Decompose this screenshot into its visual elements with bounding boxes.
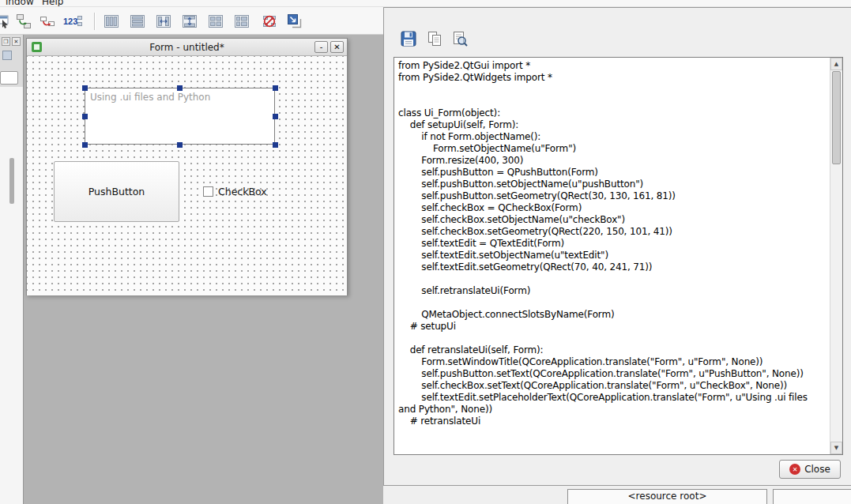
selection-handle-n[interactable] bbox=[177, 85, 183, 91]
resource-tree[interactable]: <resource root> bbox=[567, 489, 767, 504]
left-dock-panel: ❐ ✕ bbox=[0, 35, 24, 504]
resource-side-panel bbox=[773, 489, 851, 504]
main-toolbar: 123 bbox=[0, 7, 383, 35]
edit-tab-order-icon[interactable]: 123 bbox=[61, 11, 85, 32]
selection-handle-e[interactable] bbox=[273, 114, 278, 119]
menu-bar: indow Help bbox=[0, 0, 851, 7]
scroll-up-icon[interactable]: ▲ bbox=[830, 58, 842, 70]
layout-grid-icon[interactable] bbox=[205, 11, 226, 32]
selection-handle-s[interactable] bbox=[177, 142, 183, 148]
widgetbox-scrollbar-thumb[interactable] bbox=[9, 158, 14, 204]
copy-icon[interactable] bbox=[424, 28, 445, 49]
checkbox-widget[interactable]: CheckBox bbox=[203, 186, 267, 197]
close-icon[interactable]: ✕ bbox=[330, 41, 344, 53]
edit-buddies-icon[interactable] bbox=[37, 11, 58, 32]
selection-handle-nw[interactable] bbox=[82, 85, 88, 91]
find-icon[interactable] bbox=[450, 28, 470, 49]
layout-splitter-vertical-icon[interactable] bbox=[179, 11, 200, 32]
layout-splitter-horizontal-icon[interactable] bbox=[153, 11, 174, 32]
widgetbox-list bbox=[0, 87, 23, 504]
checkbox-box[interactable] bbox=[203, 186, 213, 197]
selection-handle-sw[interactable] bbox=[82, 142, 88, 148]
code-view[interactable]: from PySide2.QtGui import * from PySide2… bbox=[393, 57, 843, 455]
form-window-titlebar[interactable]: Form - untitled* - ✕ bbox=[27, 39, 347, 56]
form-designer-window: Form - untitled* - ✕ Using .ui files and… bbox=[26, 38, 348, 295]
selection-handle-w[interactable] bbox=[82, 114, 88, 119]
textedit-widget[interactable]: Using .ui files and Python bbox=[85, 88, 275, 145]
resource-root-item[interactable]: <resource root> bbox=[628, 491, 707, 502]
form-window-icon bbox=[32, 42, 42, 55]
widgetbox-filter-input[interactable] bbox=[0, 71, 18, 85]
textedit-placeholder: Using .ui files and Python bbox=[85, 88, 274, 106]
edit-signals-slots-icon[interactable] bbox=[13, 11, 34, 32]
form-canvas[interactable]: Using .ui files and Python PushButton Ch… bbox=[27, 56, 347, 295]
save-icon[interactable] bbox=[398, 28, 419, 49]
widgetbox-panel-icon bbox=[2, 51, 12, 60]
dock-restore-icon[interactable]: ❐ bbox=[2, 37, 10, 46]
edit-widgets-icon[interactable] bbox=[0, 11, 13, 32]
svg-text:123: 123 bbox=[63, 17, 77, 26]
menu-window[interactable]: indow bbox=[6, 0, 34, 7]
code-text: from PySide2.QtGui import * from PySide2… bbox=[394, 58, 829, 454]
form-window-title: Form - untitled* bbox=[149, 42, 224, 53]
layout-form-icon[interactable] bbox=[232, 11, 252, 32]
selection-handle-ne[interactable] bbox=[273, 85, 278, 91]
toolbar-separator bbox=[94, 13, 96, 30]
resource-browser-panel: <resource root> bbox=[383, 486, 851, 504]
menu-help[interactable]: Help bbox=[42, 0, 63, 7]
code-preview-dialog: from PySide2.QtGui import * from PySide2… bbox=[383, 7, 851, 486]
checkbox-label: CheckBox bbox=[218, 186, 267, 197]
dock-close-icon[interactable]: ✕ bbox=[12, 37, 21, 46]
pushbutton-widget[interactable]: PushButton bbox=[54, 161, 179, 222]
break-layout-icon[interactable] bbox=[259, 11, 280, 32]
close-button-label: Close bbox=[804, 464, 830, 475]
vertical-scrollbar[interactable]: ▲ ▼ bbox=[830, 58, 842, 454]
layout-horizontal-icon[interactable] bbox=[101, 11, 122, 32]
scrollbar-thumb[interactable] bbox=[832, 71, 841, 164]
selection-handle-se[interactable] bbox=[273, 142, 278, 148]
close-dialog-button[interactable]: ✕ Close bbox=[779, 460, 841, 479]
adjust-size-icon[interactable] bbox=[284, 11, 305, 32]
close-circle-icon: ✕ bbox=[789, 464, 800, 475]
layout-vertical-icon[interactable] bbox=[127, 11, 148, 32]
minimize-icon[interactable]: - bbox=[314, 41, 328, 53]
scroll-down-icon[interactable]: ▼ bbox=[830, 442, 842, 454]
